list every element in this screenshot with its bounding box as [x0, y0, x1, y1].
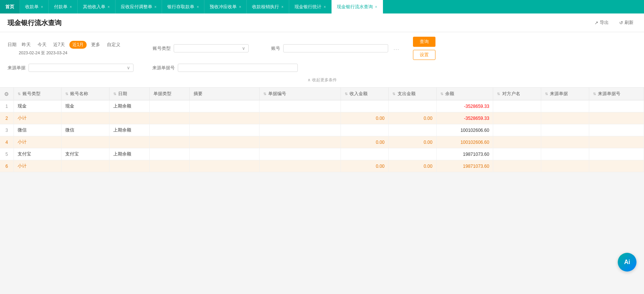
nav-tab-payments[interactable]: 付款单 ×	[49, 0, 78, 13]
col-doc-type[interactable]: 单据类型	[149, 88, 189, 100]
cell-counterpart	[493, 136, 541, 148]
cell-doc-type	[149, 112, 189, 124]
nav-tab-receipt-verify[interactable]: 收款核销执行 ×	[247, 0, 289, 13]
close-tab-bank-deposit[interactable]: ×	[197, 5, 199, 9]
refresh-button[interactable]: ↺ 刷新	[616, 18, 636, 27]
date-opt-7days[interactable]: 近7天	[51, 41, 67, 49]
col-account-name[interactable]: ⇅ 账号名称	[62, 88, 110, 100]
account-type-dropdown-arrow: ∨	[242, 46, 245, 51]
cell-account-name: 微信	[62, 124, 110, 136]
export-icon: ↗	[594, 20, 598, 25]
close-tab-other-income[interactable]: ×	[108, 5, 110, 9]
cell-expense	[389, 124, 437, 136]
cell-source-doc-no	[589, 100, 644, 112]
row-num: 4	[0, 136, 14, 148]
col-settings[interactable]: ⚙	[0, 88, 14, 100]
nav-tab-ar-ap-adjust[interactable]: 应收应付调整单 ×	[116, 0, 162, 13]
source-doc-filter-group: 来源单据 ∨	[8, 64, 134, 72]
sort-icon-account-name: ⇅	[65, 92, 68, 96]
row-num: 5	[0, 148, 14, 160]
col-date[interactable]: ⇅ 日期	[109, 88, 149, 100]
close-tab-receipts[interactable]: ×	[41, 5, 43, 9]
close-tab-prepay-offset[interactable]: ×	[239, 5, 241, 9]
row-num: 1	[0, 100, 14, 112]
cell-date: 上期余额	[109, 124, 149, 136]
col-source-doc[interactable]: ⇅ 来源单据	[541, 88, 589, 100]
cell-summary	[189, 148, 259, 160]
date-opt-custom[interactable]: 自定义	[105, 41, 123, 49]
close-tab-payments[interactable]: ×	[70, 5, 72, 9]
cell-counterpart	[493, 160, 541, 172]
col-balance[interactable]: ⇅ 余额	[436, 88, 493, 100]
cell-income: 0.00	[341, 136, 389, 148]
cell-expense	[389, 148, 437, 160]
row-num: 2	[0, 112, 14, 124]
cell-source-doc	[541, 160, 589, 172]
source-doc-no-input[interactable]	[178, 64, 298, 72]
cell-account-name	[62, 160, 110, 172]
query-button[interactable]: 查询	[413, 37, 435, 47]
cell-source-doc	[541, 148, 589, 160]
nav-tab-cash-bank-stats[interactable]: 现金银行统计 ×	[289, 0, 332, 13]
cell-expense: 0.00	[389, 160, 437, 172]
cell-balance: 19871073.60	[436, 148, 493, 160]
date-opt-yesterday[interactable]: 昨天	[20, 41, 33, 49]
sort-icon-date: ⇅	[113, 92, 116, 96]
cell-account-name	[62, 136, 110, 148]
column-settings-icon[interactable]: ⚙	[4, 91, 9, 97]
sort-icon-doc-no: ⇅	[263, 92, 266, 96]
settings-button[interactable]: 设置	[413, 50, 435, 60]
table-header: ⚙ ⇅ 账号类型 ⇅ 账号名称 ⇅ 日期 单据类型 摘要	[0, 88, 644, 100]
table-row: 4 小计 0.00 0.00 100102606.60	[0, 136, 644, 148]
col-expense[interactable]: ⇅ 支出金额	[389, 88, 437, 100]
col-source-doc-no[interactable]: ⇅ 来源单据号	[589, 88, 644, 100]
cell-account-name: 现金	[62, 100, 110, 112]
col-income[interactable]: ⇅ 收入金额	[341, 88, 389, 100]
close-tab-receipt-verify[interactable]: ×	[281, 5, 284, 9]
cell-summary	[189, 136, 259, 148]
source-doc-select[interactable]: ∨	[29, 64, 134, 72]
col-summary[interactable]: 摘要	[189, 88, 259, 100]
data-table: ⚙ ⇅ 账号类型 ⇅ 账号名称 ⇅ 日期 单据类型 摘要	[0, 88, 644, 172]
account-type-filter-group: 账号类型 ∨	[153, 44, 249, 52]
cell-income	[341, 148, 389, 160]
cell-counterpart	[493, 148, 541, 160]
nav-tab-bank-deposit[interactable]: 银行存取款单 ×	[162, 0, 204, 13]
col-doc-no[interactable]: ⇅ 单据编号	[259, 88, 341, 100]
cell-date	[109, 112, 149, 124]
nav-home[interactable]: 首页	[0, 0, 20, 13]
collapse-bar[interactable]: ∧ 收起更多条件	[8, 76, 636, 84]
filter-area: 日期 昨天 今天 近7天 近1月 更多 自定义 2023-02-24 至 202…	[0, 32, 644, 88]
nav-tab-cash-bank-flow[interactable]: 现金银行流水查询 ×	[332, 0, 383, 13]
table-row: 1 现金 现金 上期余额 -3528659.33	[0, 100, 644, 112]
cell-doc-no	[259, 160, 341, 172]
account-input[interactable]	[283, 44, 388, 52]
cell-doc-type	[149, 136, 189, 148]
nav-tab-prepay-offset[interactable]: 预收冲应收单 ×	[204, 0, 247, 13]
source-doc-label: 来源单据	[8, 65, 26, 71]
sort-icon-account-type: ⇅	[18, 92, 21, 96]
cell-source-doc	[541, 100, 589, 112]
date-opt-1month[interactable]: 近1月	[69, 41, 87, 49]
account-more-button[interactable]: ...	[391, 45, 402, 52]
close-tab-cash-bank-stats[interactable]: ×	[324, 5, 326, 9]
date-opt-today[interactable]: 今天	[35, 41, 49, 49]
cell-doc-no	[259, 100, 341, 112]
col-account-type[interactable]: ⇅ 账号类型	[14, 88, 62, 100]
nav-tab-other-income[interactable]: 其他收入单 ×	[78, 0, 116, 13]
account-type-label: 账号类型	[153, 45, 171, 52]
cell-account-type: 小计	[14, 136, 62, 148]
close-tab-ar-ap-adjust[interactable]: ×	[155, 5, 157, 9]
sort-icon-expense: ⇅	[392, 92, 395, 96]
cell-doc-type	[149, 124, 189, 136]
cell-summary	[189, 112, 259, 124]
date-opt-more[interactable]: 更多	[89, 41, 102, 49]
cell-balance: 19871073.60	[436, 160, 493, 172]
sort-icon-source-doc-no: ⇅	[593, 92, 596, 96]
cell-income	[341, 100, 389, 112]
export-button[interactable]: ↗ 导出	[591, 18, 612, 27]
nav-tab-receipts[interactable]: 收款单 ×	[20, 0, 49, 13]
close-tab-cash-bank-flow[interactable]: ×	[375, 5, 377, 9]
col-counterpart[interactable]: ⇅ 对方户名	[493, 88, 541, 100]
account-type-select[interactable]: ∨	[174, 44, 249, 52]
